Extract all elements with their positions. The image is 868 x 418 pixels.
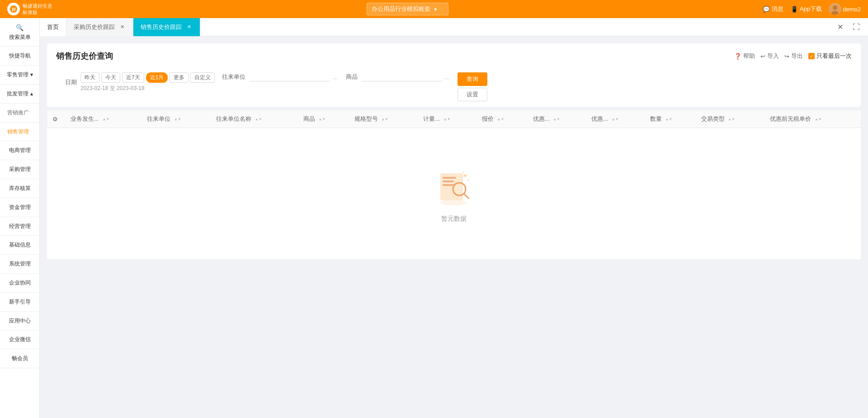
th-counterpart[interactable]: 往来单位 ▲▼ [142, 110, 211, 128]
sidebar-item-ecom-mgmt[interactable]: 电商管理 [0, 141, 39, 160]
sidebar-item-enterprise-coop[interactable]: 企业协同 [0, 274, 39, 293]
svg-point-12 [464, 174, 467, 177]
sidebar-item-enterprise-wechat[interactable]: 企业微信 [0, 330, 39, 349]
sidebar-item-business-mgmt[interactable]: 经营管理 [0, 217, 39, 236]
sort-icon: ▲▼ [665, 117, 672, 121]
sidebar-item-retail-mgmt[interactable]: 零售管理 ▾ [0, 66, 39, 85]
date-btn-1month[interactable]: 近1月 [146, 72, 168, 83]
tab-close-icon[interactable]: ✕ [118, 24, 126, 31]
message-btn[interactable]: 💬 消息 [763, 5, 783, 13]
svg-point-14 [462, 171, 464, 173]
export-icon: ↪ [784, 53, 789, 60]
date-btn-yesterday[interactable]: 昨天 [80, 72, 99, 83]
sidebar-item-marketing[interactable]: 营销推广 [0, 104, 39, 123]
goods-dots-btn[interactable]: ... [444, 73, 450, 81]
show-last-checkbox[interactable]: ✓ [808, 53, 815, 59]
app-icon: 📱 [791, 6, 798, 13]
date-btn-more[interactable]: 更多 [170, 72, 189, 83]
page-content: 销售历史价查询 ❓ 帮助 ↩ 导入 ↪ 导出 [40, 36, 868, 418]
th-trade-type[interactable]: 交易类型 ▲▼ [696, 110, 765, 128]
sidebar-item-vip-member[interactable]: 畅会员 [0, 349, 39, 368]
tab-home[interactable]: 首页 [40, 18, 66, 36]
user-area[interactable]: demo2 [829, 3, 861, 15]
sort-icon: ▲▼ [255, 117, 262, 121]
sidebar-item-finance-mgmt[interactable]: 资金管理 [0, 198, 39, 217]
sidebar-item-label: 系统管理 [4, 260, 36, 268]
export-btn[interactable]: ↪ 导出 [784, 52, 803, 60]
counterpart-input[interactable] [249, 72, 330, 81]
svg-point-5 [440, 200, 467, 205]
th-quoted-price[interactable]: 报价 ▲▼ [476, 110, 528, 128]
sort-icon: ▲▼ [318, 117, 326, 121]
sidebar-item-sales-mgmt[interactable]: 销售管理 [0, 123, 39, 142]
tab-purchase-history[interactable]: 采购历史价跟踪 ✕ [66, 18, 133, 36]
avatar [829, 3, 841, 15]
sidebar-item-label: 电商管理 [4, 147, 36, 154]
filter-actions: 查询 设置 [458, 72, 487, 101]
app-download-btn[interactable]: 📱 App下载 [791, 5, 822, 13]
date-btn-custom[interactable]: 自定义 [190, 72, 215, 83]
goods-input-area: ... [361, 72, 450, 81]
goods-input[interactable] [361, 72, 443, 81]
sidebar-item-label: 经营管理 [4, 223, 36, 230]
sidebar-item-system-mgmt[interactable]: 系统管理 [0, 255, 39, 274]
sort-icon: ▲▼ [174, 117, 181, 121]
date-btn-today[interactable]: 今天 [101, 72, 120, 83]
logo-text: 畅捷通好生意 标准版 [23, 3, 52, 16]
workspace-selector[interactable]: 办公用品行业模拟账套 ▾ [367, 3, 448, 15]
search-btn[interactable]: 查询 [458, 72, 487, 86]
page-title-row: 销售历史价查询 ❓ 帮助 ↩ 导入 ↪ 导出 [56, 51, 852, 62]
tab-label: 采购历史价跟踪 [74, 23, 115, 31]
tab-sales-history[interactable]: 销售历史价跟踪 ✕ [133, 18, 200, 36]
th-unit[interactable]: 计量... ▲▼ [418, 110, 476, 128]
tab-bar-actions: ✕ ⛶ [834, 21, 868, 33]
sidebar-item-search-menu[interactable]: 🔍 搜索菜单 [0, 18, 39, 47]
th-settings[interactable]: ⚙ [47, 110, 65, 128]
goods-filter-group: 商品 ... [346, 72, 450, 81]
th-discount2[interactable]: 优惠... ▲▼ [586, 110, 644, 128]
sidebar-item-inventory[interactable]: 库存核算 [0, 179, 39, 198]
tab-label: 首页 [47, 23, 59, 31]
sidebar-item-purchase-mgmt[interactable]: 采购管理 [0, 160, 39, 179]
import-btn[interactable]: ↩ 导入 [760, 52, 779, 60]
table-header: ⚙ 业务发生... ▲▼ 往来单位 ▲▼ 往来单位名称 ▲ [47, 110, 861, 128]
sidebar-item-app-center[interactable]: 应用中心 [0, 312, 39, 331]
page-title: 销售历史价查询 [56, 51, 113, 62]
empty-icon [431, 164, 476, 209]
filter-settings-btn[interactable]: 设置 [458, 88, 487, 101]
svg-line-11 [464, 194, 468, 198]
th-biz-date[interactable]: 业务发生... ▲▼ [65, 110, 142, 128]
workspace-area: 办公用品行业模拟账套 ▾ [367, 3, 448, 15]
th-goods[interactable]: 商品 ▲▼ [298, 110, 349, 128]
date-btn-7days[interactable]: 近7天 [122, 72, 144, 83]
sidebar-item-quick-nav[interactable]: 快捷导航 [0, 47, 39, 66]
th-spec[interactable]: 规格型号 ▲▼ [349, 110, 418, 128]
close-window-btn[interactable]: ✕ [834, 21, 846, 33]
svg-rect-7 [443, 177, 456, 179]
tab-close-icon[interactable]: ✕ [185, 24, 193, 31]
sidebar-item-label: 资金管理 [4, 204, 36, 211]
sort-icon: ▲▼ [553, 117, 560, 121]
sidebar-item-new-user-guide[interactable]: 新手引导 [0, 293, 39, 312]
top-bar-right: 💬 消息 📱 App下载 demo2 [763, 3, 861, 15]
top-bar: 好 畅捷通好生意 标准版 办公用品行业模拟账套 ▾ 💬 消息 📱 App下载 d… [0, 0, 868, 18]
th-quantity[interactable]: 数量 ▲▼ [645, 110, 696, 128]
counterpart-dots-btn[interactable]: ... [332, 73, 338, 81]
help-btn[interactable]: ❓ 帮助 [734, 52, 755, 60]
sort-icon: ▲▼ [102, 117, 109, 121]
page-header: 销售历史价查询 ❓ 帮助 ↩ 导入 ↪ 导出 [47, 43, 861, 107]
maximize-btn[interactable]: ⛶ [850, 21, 863, 33]
content-area: 首页 采购历史价跟踪 ✕ 销售历史价跟踪 ✕ ✕ ⛶ 销售历史价查询 [40, 18, 868, 418]
th-counterpart-name[interactable]: 往来单位名称 ▲▼ [211, 110, 298, 128]
sidebar-item-label: 营销推广 [7, 109, 36, 117]
sidebar-item-label: 销售管理 [7, 128, 36, 136]
message-icon: 💬 [763, 6, 770, 13]
sidebar: 🔍 搜索菜单 快捷导航 零售管理 ▾ 批发管理 ▴ 营销推广 销售管理 电商管理 [0, 18, 40, 418]
date-buttons: 昨天 今天 近7天 近1月 更多 自定义 [80, 72, 215, 83]
sort-icon: ▲▼ [728, 117, 735, 121]
show-last-checkbox-area[interactable]: ✓ 只看最后一次 [808, 52, 852, 60]
th-discount1[interactable]: 优惠... ▲▼ [528, 110, 586, 128]
th-pre-tax-price[interactable]: 优惠前无税单价 ▲▼ [764, 110, 861, 128]
sidebar-item-wholesale-mgmt[interactable]: 批发管理 ▴ [0, 85, 39, 104]
sidebar-item-basic-info[interactable]: 基础信息 [0, 236, 39, 255]
